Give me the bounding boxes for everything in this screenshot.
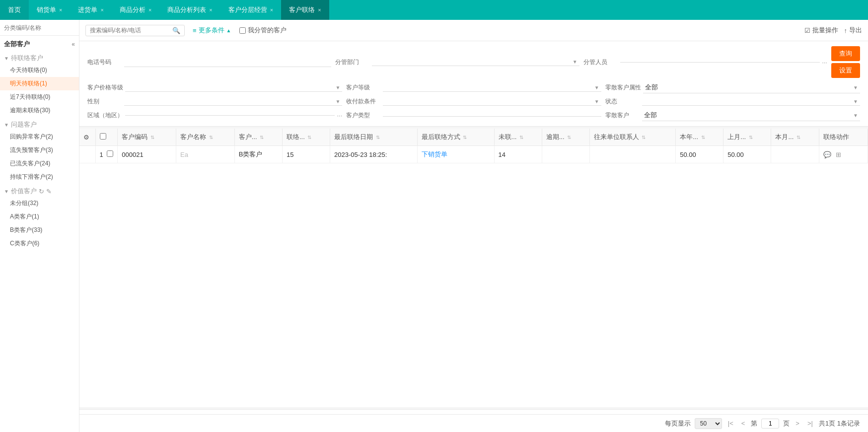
sort-overdue-icon[interactable]: ⇅: [567, 135, 571, 140]
customer-table: ⚙ 客户编码 ⇅ 客户名称 ⇅: [79, 129, 868, 163]
sidebar-search-area[interactable]: 🔍: [0, 20, 79, 36]
prev-page-btn[interactable]: <: [739, 419, 747, 428]
nav-close-product-analysis[interactable]: ×: [148, 7, 151, 13]
table-settings-icon[interactable]: ⚙: [83, 134, 89, 141]
row-action-icon2[interactable]: ⊞: [836, 151, 841, 158]
filter-chevron-icon: ▲: [226, 28, 231, 33]
per-page-select[interactable]: 50 100 200: [695, 418, 722, 429]
nav-close-sales-order[interactable]: ×: [59, 7, 62, 13]
customer-type-select[interactable]: [383, 114, 601, 117]
filter-customer-type: 客户类型: [346, 111, 601, 120]
sidebar-collapse-btn[interactable]: «: [72, 41, 75, 48]
sidebar-search-input[interactable]: [4, 24, 78, 31]
payment-select[interactable]: ▼: [383, 98, 601, 106]
select-all-checkbox[interactable]: [100, 133, 106, 140]
more-filter-btn[interactable]: ≡ 更多条件 ▲: [189, 24, 235, 37]
sort-uncontacted-icon[interactable]: ⇅: [519, 135, 523, 140]
nav-close-customer-contact[interactable]: ×: [318, 7, 321, 13]
sort-contacts-icon[interactable]: ⇅: [307, 135, 311, 140]
sort-contact-person-icon[interactable]: ⇅: [642, 135, 646, 140]
sidebar-item-class-a[interactable]: A类客户(1): [0, 210, 79, 223]
nav-close-purchase-order[interactable]: ×: [100, 7, 103, 13]
sort-category-icon[interactable]: ⇅: [260, 135, 264, 140]
batch-op-btn[interactable]: ☑ 批量操作: [804, 26, 838, 35]
price-level-select[interactable]: ▼: [125, 84, 342, 92]
sort-code-icon[interactable]: ⇅: [150, 135, 154, 140]
row-contacts-cell: 15: [282, 146, 330, 163]
sidebar-item-overdue-pending[interactable]: 逾期未联络(30): [0, 104, 79, 117]
value-group-refresh[interactable]: ↻: [39, 188, 44, 195]
gender-select[interactable]: ▼: [124, 98, 342, 106]
row-action-icon1[interactable]: 💬: [823, 151, 831, 158]
value-group-edit[interactable]: ✎: [46, 188, 52, 195]
nav-customer-segmentation[interactable]: 客户分层经营 ×: [220, 0, 281, 20]
row-last-contact-link[interactable]: 下销货单: [422, 150, 447, 158]
sidebar-item-tomorrow-pending[interactable]: 明天待联络(1): [0, 77, 79, 90]
sort-this-month-icon[interactable]: ⇅: [796, 135, 800, 140]
sort-last-type-icon[interactable]: ⇅: [463, 135, 467, 140]
next-page-btn[interactable]: >: [794, 419, 801, 428]
sidebar-item-repurchase-anomaly[interactable]: 回购异常客户(2): [0, 130, 79, 144]
filter-person: 分管人员 ···: [583, 58, 827, 67]
sidebar-item-declining-customers[interactable]: 持续下滑客户(2): [0, 170, 79, 184]
dept-select[interactable]: ▼: [372, 58, 579, 66]
main-search-input[interactable]: [90, 27, 172, 34]
customer-level-chevron-icon: ▼: [594, 85, 599, 90]
sort-this-year-icon[interactable]: ⇅: [701, 135, 705, 140]
sidebar-item-churn-warning[interactable]: 流失预警客户(3): [0, 144, 79, 157]
main-search-icon[interactable]: 🔍: [172, 27, 180, 34]
my-customers-checkbox-label[interactable]: 我分管的客户: [239, 26, 287, 35]
nav-purchase-order[interactable]: 进货单 ×: [70, 0, 111, 20]
nav-customer-contact[interactable]: 客户联络 ×: [281, 0, 329, 20]
sidebar-item-lost-customers[interactable]: 已流失客户(24): [0, 157, 79, 170]
status-select[interactable]: ▼: [642, 98, 860, 106]
my-customers-checkbox[interactable]: [239, 27, 246, 34]
sort-last-date-icon[interactable]: ⇅: [376, 135, 380, 140]
filter-price-level: 客户价格等级 ▼: [87, 83, 342, 92]
filter-icon: ≡: [193, 27, 197, 34]
nav-close-product-analysis-list[interactable]: ×: [209, 7, 212, 13]
nav-product-analysis[interactable]: 商品分析 ×: [112, 0, 159, 20]
sidebar-item-7days-pending[interactable]: 近7天待联络(0): [0, 90, 79, 104]
retail-attr-select[interactable]: 全部 ▼: [643, 82, 860, 93]
row-code-cell: 000021: [118, 146, 176, 163]
col-name: 客户名称 ⇅: [176, 129, 235, 146]
person-more-btn[interactable]: ···: [822, 59, 827, 66]
sidebar-item-class-b[interactable]: B类客户(33): [0, 223, 79, 237]
first-page-btn[interactable]: |<: [726, 419, 735, 428]
col-last-month: 上月... ⇅: [723, 129, 771, 146]
row-last-month-cell: 50.00: [723, 146, 771, 163]
area-more-btn[interactable]: ···: [337, 112, 342, 119]
sort-name-icon[interactable]: ⇅: [209, 135, 213, 140]
search-box[interactable]: 🔍: [85, 25, 185, 36]
sidebar-item-class-c[interactable]: C类客户(6): [0, 237, 79, 250]
nav-sales-order[interactable]: 销货单 ×: [29, 0, 70, 20]
problem-group-title: ▼ 问题客户: [0, 117, 79, 130]
row-checkbox[interactable]: [107, 150, 113, 157]
col-action: 联络动作: [819, 129, 868, 146]
toolbar: 🔍 ≡ 更多条件 ▲ 我分管的客户 ☑ 批量操作 ↑ 导出: [79, 20, 868, 41]
sidebar-item-today-pending[interactable]: 今天待联络(0): [0, 64, 79, 77]
last-page-btn[interactable]: >|: [805, 419, 815, 428]
phone-input[interactable]: [124, 58, 331, 67]
status-chevron-icon: ▼: [853, 99, 858, 104]
customer-level-select[interactable]: ▼: [383, 84, 601, 92]
horizontal-scrollbar[interactable]: [79, 409, 868, 414]
nav-home[interactable]: 首页: [0, 0, 29, 20]
pending-group-title: ▼ 待联络客户: [0, 51, 79, 64]
col-category: 客户... ⇅: [234, 129, 282, 146]
export-btn[interactable]: ↑ 导出: [844, 26, 863, 35]
query-btn[interactable]: 查询: [831, 46, 860, 61]
retail-customer-select[interactable]: 全部 ▼: [642, 110, 860, 121]
page-number-input[interactable]: [761, 419, 779, 429]
filter-gender: 性别 ▼: [87, 97, 342, 106]
sidebar-item-ungrouped[interactable]: 未分组(32): [0, 197, 79, 210]
settings-btn[interactable]: 设置: [831, 63, 860, 78]
nav-close-customer-segmentation[interactable]: ×: [270, 7, 273, 13]
sort-last-month-icon[interactable]: ⇅: [749, 135, 753, 140]
problem-arrow: ▼: [4, 122, 9, 128]
col-this-month: 本月... ⇅: [771, 129, 819, 146]
row-this-year-cell: 50.00: [676, 146, 723, 163]
nav-product-analysis-list[interactable]: 商品分析列表 ×: [159, 0, 220, 20]
row-last-contact-date-cell: 2023-05-23 18:25:: [330, 146, 418, 163]
